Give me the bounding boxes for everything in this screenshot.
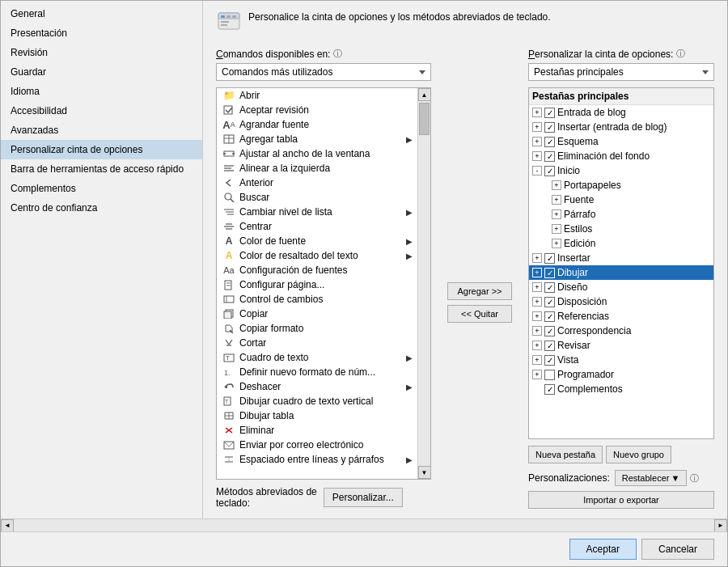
list-item[interactable]: Aceptar revisión [217, 103, 417, 117]
checkbox[interactable]: ✓ [544, 122, 555, 133]
tree-item[interactable]: + Estilos [529, 222, 713, 236]
checkbox[interactable]: ✓ [544, 282, 555, 293]
tree-item[interactable]: + ✓ Eliminación del fondo [529, 149, 713, 163]
tree-item[interactable]: ✓ Complementos [529, 382, 713, 396]
expand-btn[interactable]: + [532, 326, 542, 336]
expand-btn[interactable]: + [532, 122, 542, 132]
checkbox[interactable]: ✓ [544, 355, 555, 366]
list-item[interactable]: Cortar [217, 336, 417, 350]
agregar-btn[interactable]: Agregar >> [447, 282, 512, 300]
list-item[interactable]: Centrar [217, 219, 417, 234]
tree-item[interactable]: - ✓ Inicio [529, 163, 713, 178]
list-item[interactable]: Cambiar nivel de lista ▶ [217, 205, 417, 219]
tree-item[interactable]: + ✓ Insertar (entrada de blog) [529, 120, 713, 134]
commands-info-icon[interactable]: ⓘ [333, 48, 342, 60]
expand-btn[interactable]: + [552, 195, 561, 205]
expand-btn[interactable]: + [532, 370, 542, 379]
checkbox[interactable]: ✓ [544, 268, 555, 278]
list-item[interactable]: Agregar tabla ▶ [217, 132, 417, 146]
list-item[interactable]: Copiar [217, 307, 417, 321]
expand-btn[interactable]: + [552, 209, 561, 219]
commands-scrollbar[interactable]: ▲ ▼ [417, 88, 430, 479]
tree-item[interactable]: + ✓ Entrada de blog [529, 105, 713, 120]
list-item[interactable]: A Color de resaltado del texto ▶ [217, 248, 417, 263]
ribbon-tree[interactable]: Pestañas principales + ✓ Entrada de blog… [529, 88, 713, 438]
tree-item[interactable]: + ✓ Referencias [529, 309, 713, 324]
tree-item[interactable]: + ✓ Correspondencia [529, 324, 713, 338]
hscroll-track[interactable] [14, 519, 714, 531]
expand-btn[interactable]: + [532, 311, 542, 321]
expand-btn[interactable]: + [552, 239, 561, 248]
expand-btn[interactable]: + [552, 180, 561, 190]
expand-btn[interactable]: + [532, 268, 542, 277]
restablecer-btn[interactable]: Restablecer ▼ [615, 470, 688, 486]
checkbox[interactable] [544, 370, 555, 380]
tree-item[interactable]: + ✓ Vista [529, 353, 713, 367]
sidebar-item-personalizar[interactable]: Personalizar cinta de opciones [1, 140, 202, 159]
checkbox[interactable]: ✓ [544, 137, 555, 147]
expand-btn[interactable]: + [532, 151, 542, 161]
checkbox[interactable]: ✓ [544, 311, 555, 322]
expand-btn[interactable]: - [532, 166, 542, 176]
scroll-down-btn[interactable]: ▼ [418, 466, 431, 479]
list-item[interactable]: 📁 Abrir [217, 88, 417, 103]
tree-item[interactable]: + ✓ Diseño [529, 280, 713, 294]
restablecer-info-icon[interactable]: ⓘ [690, 472, 699, 484]
nuevo-grupo-btn[interactable]: Nuevo grupo [606, 446, 671, 463]
expand-btn[interactable]: + [552, 224, 561, 234]
tree-item[interactable]: + ✓ Esquema [529, 134, 713, 149]
expand-btn[interactable]: + [532, 108, 542, 117]
list-item[interactable]: 1. Definir nuevo formato de núm... [217, 365, 417, 379]
tree-item[interactable]: + Programador [529, 367, 713, 382]
list-item[interactable]: T Cuadro de texto ▶ [217, 350, 417, 365]
sidebar-item-accesibilidad[interactable]: Accesibilidad [1, 101, 202, 121]
tree-item[interactable]: + Fuente [529, 193, 713, 207]
sidebar-item-idioma[interactable]: Idioma [1, 82, 202, 101]
list-item[interactable]: Copiar formato [217, 321, 417, 336]
expand-btn[interactable]: + [532, 355, 542, 365]
expand-btn[interactable]: + [532, 297, 542, 307]
cancel-btn[interactable]: Cancelar [641, 539, 714, 560]
list-item[interactable]: A Color de fuente ▶ [217, 234, 417, 248]
expand-btn[interactable]: + [532, 341, 542, 350]
list-item[interactable]: Aa Configuración de fuentes [217, 263, 417, 277]
expand-btn[interactable]: + [532, 282, 542, 292]
scroll-up-btn[interactable]: ▲ [418, 88, 431, 101]
scroll-right-btn[interactable]: ► [714, 519, 727, 532]
list-item[interactable]: Eliminar [217, 423, 417, 438]
sidebar-item-revision[interactable]: Revisión [1, 43, 202, 62]
nueva-pestana-btn[interactable]: Nueva pestaña [528, 446, 603, 463]
list-item[interactable]: Deshacer ▶ [217, 379, 417, 394]
tree-item[interactable]: + ✓ Disposición [529, 294, 713, 309]
expand-btn[interactable]: + [532, 137, 542, 146]
list-item[interactable]: Anterior [217, 176, 417, 190]
tree-item[interactable]: + Portapapeles [529, 178, 713, 193]
sidebar-item-barra[interactable]: Barra de herramientas de acceso rápido [1, 159, 202, 179]
list-item[interactable]: Control de cambios [217, 292, 417, 307]
scroll-track[interactable] [418, 101, 430, 466]
expand-btn[interactable]: + [532, 253, 542, 263]
list-item[interactable]: Dibujar tabla [217, 408, 417, 423]
tree-item-selected[interactable]: + ✓ Dibujar [529, 265, 713, 280]
checkbox[interactable]: ✓ [544, 297, 555, 307]
sidebar-item-guardar[interactable]: Guardar [1, 62, 202, 82]
checkbox[interactable]: ✓ [544, 384, 555, 395]
checkbox[interactable]: ✓ [544, 108, 555, 118]
personalizar-keyboard-btn[interactable]: Personalizar... [324, 488, 403, 507]
sidebar-item-centro[interactable]: Centro de confianza [1, 198, 202, 218]
commands-list[interactable]: 📁 Abrir Aceptar revisión [217, 88, 417, 479]
list-item[interactable]: Enviar por correo electrónico [217, 438, 417, 452]
checkbox[interactable]: ✓ [544, 166, 555, 176]
tree-item[interactable]: + ✓ Insertar [529, 251, 713, 265]
accept-btn[interactable]: Aceptar [569, 539, 637, 560]
sidebar-item-general[interactable]: General [1, 4, 202, 23]
tree-item[interactable]: + Párrafo [529, 207, 713, 222]
importar-exportar-btn[interactable]: Importar o exportar [528, 491, 714, 509]
checkbox[interactable]: ✓ [544, 326, 555, 336]
commands-dropdown[interactable]: Comandos más utilizados Todos los comand… [216, 63, 431, 81]
checkbox[interactable]: ✓ [544, 151, 555, 162]
list-item[interactable]: Alinear a la izquierda [217, 161, 417, 176]
list-item[interactable]: T Dibujar cuadro de texto vertical [217, 394, 417, 408]
list-item[interactable]: Espaciado entre líneas y párrafos ▶ [217, 452, 417, 467]
ribbon-info-icon[interactable]: ⓘ [676, 48, 685, 60]
